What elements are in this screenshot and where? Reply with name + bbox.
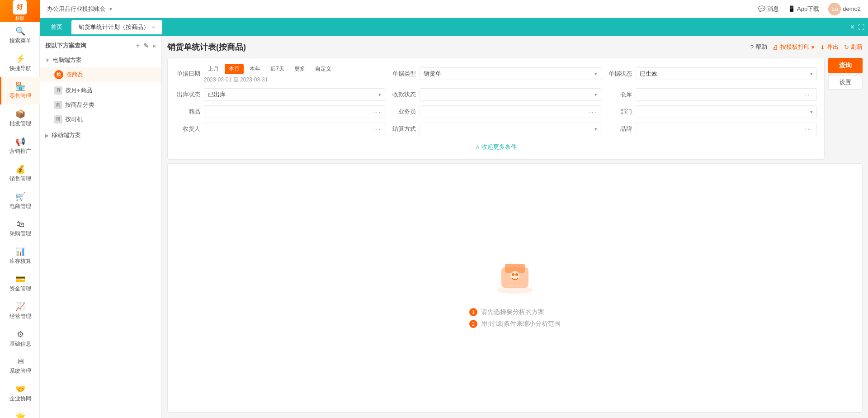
help-button[interactable]: ? 帮助 <box>750 43 767 51</box>
refresh-icon: ↻ <box>844 44 849 51</box>
pay-status-label: 收款状态 <box>391 90 416 99</box>
hint-text-2: 用[过滤]条件来缩小分析范围 <box>481 320 561 328</box>
dept-label: 部门 <box>607 108 632 116</box>
date-buttons: 上月 本月 本年 近7天 更多 自定义 <box>204 64 385 74</box>
warehouse-select[interactable]: ··· <box>636 88 817 101</box>
add-scheme-icon[interactable]: + <box>136 42 140 49</box>
sidebar-item-ecommerce[interactable]: 🛒 电商管理 <box>0 187 40 215</box>
collapse-panel-icon[interactable]: « <box>152 42 156 49</box>
svg-rect-6 <box>508 285 522 287</box>
sidebar: 好 标版 🔍 搜索菜单 ⚡ 快捷导航 🏪 零售管理 📦 批发管理 📢 营销推广 … <box>0 0 40 418</box>
scheme-group-desktop-title[interactable]: ▼ 电脑端方案 <box>40 53 161 67</box>
salesman-select[interactable]: ··· <box>420 105 601 118</box>
scheme-item-category[interactable]: 商 按商品分类 <box>40 98 161 112</box>
doc-status-label: 单据状态 <box>607 70 632 78</box>
date-btn-custom[interactable]: 自定义 <box>311 64 335 74</box>
receiver-select[interactable]: ··· <box>204 123 385 135</box>
empty-illustration <box>488 245 542 299</box>
salesman-label: 业务员 <box>391 108 416 116</box>
search-icon: 🔍 <box>3 26 38 36</box>
filter-doc-status-field: 单据状态 已生效 ▾ <box>607 64 817 84</box>
sidebar-item-basic[interactable]: ⚙ 基础信息 <box>0 325 40 352</box>
brand-select[interactable]: ··· <box>636 123 817 135</box>
date-btn-more[interactable]: 更多 <box>290 64 309 74</box>
topbar-dropdown-icon[interactable]: ▾ <box>109 6 112 12</box>
doc-type-select[interactable]: 销货单 ▾ <box>420 67 601 80</box>
user-profile[interactable]: Ea demo2 <box>828 3 861 15</box>
right-panel: 销货单统计表(按商品) ? 帮助 🖨 按模板打印 ▾ ⬇ 导出 <box>162 36 868 418</box>
refresh-button[interactable]: ↻ 刷新 <box>844 43 863 51</box>
filter-doc-type-field: 单据类型 销货单 ▾ <box>391 64 601 84</box>
date-btn-this-year[interactable]: 本年 <box>245 64 264 74</box>
scheme-item-driver[interactable]: 司 按司机 <box>40 112 161 127</box>
tab-maximize-button[interactable]: × ⛶ <box>850 23 864 31</box>
doc-type-dropdown-icon: ▾ <box>594 71 597 77</box>
filter-out-status-field: 出库状态 已出库 ▾ <box>175 88 385 101</box>
messages-button[interactable]: 💬 消息 <box>758 5 779 13</box>
sidebar-item-quicknav-label: 快捷导航 <box>3 65 38 72</box>
sidebar-item-retail[interactable]: 🏪 零售管理 <box>0 77 40 104</box>
marketing-icon: 📢 <box>3 137 38 147</box>
scheme-item-by-goods[interactable]: 按 按商品 <box>40 67 161 82</box>
doc-status-dropdown-icon: ▾ <box>810 71 813 77</box>
left-panel-actions: + ✎ « <box>136 42 156 49</box>
date-range: 2023-03-01 至 2023-03-31 <box>204 76 385 84</box>
goods-select[interactable]: ··· <box>204 105 385 118</box>
brand-dots: ··· <box>805 125 813 133</box>
tab-close-button[interactable]: × <box>152 24 155 30</box>
date-btn-last-month[interactable]: 上月 <box>204 64 223 74</box>
print-button[interactable]: 🖨 按模板打印 ▾ <box>773 43 815 51</box>
dept-select[interactable]: ▾ <box>636 105 817 118</box>
enterprise-icon: 🤝 <box>3 384 38 394</box>
date-btn-7days[interactable]: 近7天 <box>266 64 288 74</box>
export-button[interactable]: ⬇ 导出 <box>820 43 839 51</box>
sidebar-item-finance[interactable]: 💳 资金管理 <box>0 270 40 297</box>
collapse-filter-button[interactable]: ∧ 收起更多条件 <box>175 140 817 154</box>
app-download-button[interactable]: 📱 App下载 <box>788 5 819 13</box>
scheme-icon-driver: 司 <box>54 115 62 124</box>
sidebar-item-newbie[interactable]: 🌟 新手引导 <box>0 407 40 418</box>
tabs-bar: 首页 销货单统计计划（按商品） × × ⛶ <box>40 18 868 36</box>
settlement-select[interactable]: ▾ <box>420 123 601 135</box>
settings-button[interactable]: 设置 <box>828 75 863 90</box>
scheme-group-mobile-title[interactable]: ▶ 移动端方案 <box>40 128 161 142</box>
export-icon: ⬇ <box>820 44 825 51</box>
sidebar-item-sales[interactable]: 💰 销售管理 <box>0 160 40 187</box>
scheme-icon-category: 商 <box>54 101 62 109</box>
print-dropdown-icon[interactable]: ▾ <box>811 44 815 51</box>
left-panel-header: 按以下方案查询 + ✎ « <box>40 42 161 53</box>
sidebar-item-wholesale[interactable]: 📦 批发管理 <box>0 104 40 132</box>
sidebar-item-quicknav[interactable]: ⚡ 快捷导航 <box>0 49 40 77</box>
doc-status-select[interactable]: 已生效 ▾ <box>636 67 817 80</box>
filter-section: 单据日期 上月 本月 本年 近7天 更多 自定义 <box>167 58 825 160</box>
sidebar-item-system[interactable]: 🖥 系统管理 <box>0 352 40 380</box>
scheme-group-mobile-arrow: ▶ <box>45 133 49 138</box>
close-window-icon[interactable]: × <box>850 23 854 31</box>
export-label: 导出 <box>827 43 839 51</box>
scheme-group-mobile: ▶ 移动端方案 <box>40 128 161 142</box>
scheme-item-icon-goods: 按 <box>54 70 63 79</box>
filter-row-3: 商品 ··· 业务员 ··· <box>175 105 817 118</box>
tab-active-label: 销货单统计计划（按商品） <box>79 23 149 31</box>
out-status-select[interactable]: 已出库 ▾ <box>204 88 385 101</box>
pay-status-select[interactable]: ▾ <box>420 88 601 101</box>
date-btn-this-month[interactable]: 本月 <box>225 64 244 74</box>
sidebar-item-basic-label: 基础信息 <box>3 340 38 348</box>
sidebar-item-marketing[interactable]: 📢 营销推广 <box>0 132 40 160</box>
sidebar-item-inventory[interactable]: 📊 库存核算 <box>0 242 40 270</box>
scheme-item-month-goods[interactable]: 月 按月+商品 <box>40 83 161 98</box>
tab-home[interactable]: 首页 <box>43 20 70 34</box>
tab-active[interactable]: 销货单统计计划（按商品） × <box>71 20 162 34</box>
filter-and-actions: 单据日期 上月 本月 本年 近7天 更多 自定义 <box>167 58 863 163</box>
scheme-item-month-label: 按月+商品 <box>65 86 92 95</box>
edit-scheme-icon[interactable]: ✎ <box>143 42 149 49</box>
sidebar-item-search[interactable]: 🔍 搜索菜单 <box>0 22 40 49</box>
sidebar-item-purchase[interactable]: 🛍 采购管理 <box>0 215 40 242</box>
sidebar-item-enterprise[interactable]: 🤝 企业协同 <box>0 380 40 407</box>
filter-receiver-field: 收货人 ··· <box>175 123 385 135</box>
help-label: 帮助 <box>755 43 767 51</box>
maximize-icon[interactable]: ⛶ <box>858 24 864 31</box>
app-download-label: App下载 <box>797 5 819 13</box>
sidebar-item-operations[interactable]: 📈 经营管理 <box>0 297 40 325</box>
query-button[interactable]: 查询 <box>828 58 863 73</box>
